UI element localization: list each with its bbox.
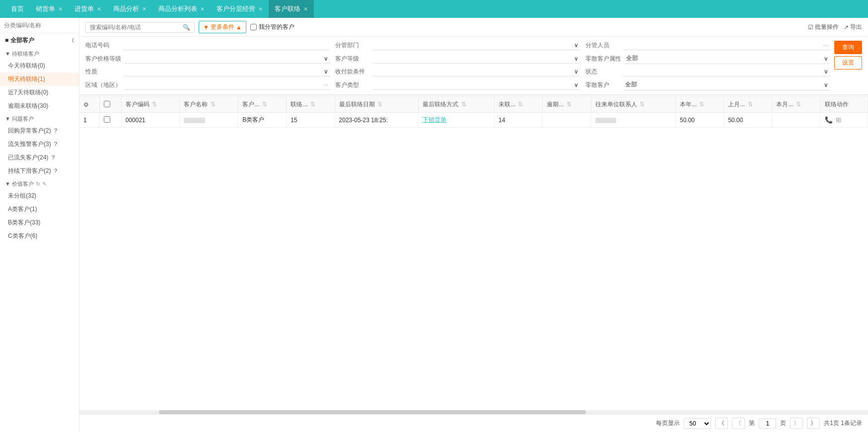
content-area: 🔍 ▼ 更多条件 ▲ 我分管的客户 ☑ 批量操作 ↗ 导出	[79, 18, 868, 432]
sort-icon: ⇅	[640, 101, 645, 108]
customer-type-select[interactable]: ∨	[373, 80, 580, 90]
sort-icon: ⇅	[310, 101, 315, 108]
close-icon[interactable]: ✕	[200, 6, 205, 12]
top-navigation: 首页 销货单 ✕ 进货单 ✕ 商品分析 ✕ 商品分析列表 ✕ 客户分层经营 ✕ …	[0, 0, 868, 18]
row-code: 000021	[121, 113, 180, 128]
sidebar-all-customers[interactable]: ■ 全部客户 《	[0, 33, 79, 48]
batch-op-button[interactable]: ☑ 批量操作	[808, 23, 839, 31]
filter-button[interactable]: ▼ 更多条件 ▲	[199, 21, 246, 33]
col-current-month[interactable]: 本月... ⇅	[772, 97, 820, 113]
col-overdue[interactable]: 逾期... ⇅	[543, 97, 591, 113]
col-last-contact-method[interactable]: 最后联络方式 ⇅	[419, 97, 495, 113]
filter-payment: 收付款条件 ∨	[335, 67, 580, 76]
row-last-contact-method[interactable]: 下销货单	[419, 113, 495, 128]
row-checkbox-cell[interactable]	[99, 113, 121, 128]
nav-purchase[interactable]: 进货单 ✕	[69, 0, 107, 18]
col-code[interactable]: 客户编码 ⇅	[121, 97, 180, 113]
nav-customer-segment[interactable]: 客户分层经营 ✕	[211, 0, 269, 18]
price-level-select[interactable]: ∨	[124, 54, 330, 64]
sidebar-item-tomorrow[interactable]: 明天待联络(1)	[0, 72, 79, 86]
sidebar-group-pending[interactable]: ▼ 待联络客户	[0, 48, 79, 59]
nav-sales[interactable]: 销货单 ✕	[30, 0, 69, 18]
close-icon[interactable]: ✕	[303, 6, 308, 12]
last-page-button[interactable]: 》	[807, 418, 820, 429]
sidebar-item-churn[interactable]: 流失预警客户(3) ？	[0, 138, 79, 151]
nav-analysis[interactable]: 商品分析 ✕	[107, 0, 152, 18]
col-name[interactable]: 客户名称 ⇅	[180, 97, 238, 113]
sidebar-group-value[interactable]: ▼ 价值客户 ↻ ✎	[0, 178, 79, 189]
query-button[interactable]: 查询	[834, 41, 862, 54]
col-last-contact-date[interactable]: 最后联络日期 ⇅	[335, 97, 419, 113]
row-current-year: 50.00	[675, 113, 723, 128]
col-unit-contact[interactable]: 往来单位联系人 ⇅	[591, 97, 675, 113]
edit-icon[interactable]: ✎	[42, 181, 47, 187]
sidebar-group-problem[interactable]: ▼ 问题客户	[0, 113, 79, 124]
retail-customer-select[interactable]: 全部 ∨	[623, 79, 830, 90]
close-icon[interactable]: ✕	[58, 6, 63, 12]
export-button[interactable]: ↗ 导出	[844, 23, 862, 31]
col-checkbox[interactable]	[99, 97, 121, 113]
sidebar-item-ungrouped[interactable]: 未分组(32)	[0, 189, 79, 203]
sidebar-item-typeC[interactable]: C类客户(6)	[0, 229, 79, 243]
first-page-button[interactable]: 《	[715, 418, 728, 429]
sidebar-item-week[interactable]: 近7天待联络(0)	[0, 86, 79, 99]
page-size-select[interactable]: 50 100 200	[684, 418, 711, 429]
col-current-year[interactable]: 本年... ⇅	[675, 97, 723, 113]
sidebar-search-input[interactable]	[4, 22, 78, 29]
sidebar-item-typeB[interactable]: B类客户(33)	[0, 216, 79, 229]
refresh-icon[interactable]: ↻	[36, 181, 40, 187]
my-customer-checkbox[interactable]	[250, 24, 257, 30]
select-all-checkbox[interactable]	[104, 101, 110, 107]
close-icon[interactable]: ✕	[258, 6, 263, 12]
search-input[interactable]	[90, 24, 183, 31]
row-last-contact-date: 2023-05-23 18:25:	[335, 113, 419, 128]
filter-dept: 分管部门 ∨	[335, 41, 580, 50]
filter-price-level: 客户价格等级 ∨	[85, 54, 330, 64]
status-select[interactable]: ∨	[623, 67, 830, 76]
sidebar-item-declining[interactable]: 持续下滑客户(2) ？	[0, 164, 79, 178]
customer-level-select[interactable]: ∨	[373, 54, 580, 64]
col-last-month[interactable]: 上月... ⇅	[724, 97, 772, 113]
row-name: ██████	[180, 113, 238, 128]
prev-page-button[interactable]: 〈	[732, 418, 745, 429]
horizontal-scrollbar[interactable]	[79, 410, 868, 414]
search-icon[interactable]: 🔍	[183, 24, 190, 31]
dept-select[interactable]: ∨	[373, 41, 580, 50]
region-dots[interactable]: ···	[124, 80, 330, 90]
sort-icon: ⇅	[211, 101, 216, 108]
nature-select[interactable]: ∨	[123, 67, 330, 76]
col-contact[interactable]: 联络... ⇅	[287, 97, 335, 113]
close-icon[interactable]: ✕	[142, 6, 146, 12]
sidebar: 🔍 ■ 全部客户 《 ▼ 待联络客户 今天待联络(0) 明天待联络(1) 近7天…	[0, 18, 79, 432]
scrollbar-thumb[interactable]	[159, 410, 586, 414]
filter-customer-type: 客户类型 ∨	[335, 80, 580, 90]
row-overdue	[543, 113, 591, 128]
set-button[interactable]: 设置	[834, 56, 862, 70]
search-box[interactable]: 🔍	[85, 22, 195, 33]
sidebar-item-overdue[interactable]: 逾期未联络(30)	[0, 99, 79, 113]
sidebar-item-today[interactable]: 今天待联络(0)	[0, 59, 79, 72]
my-customer-checkbox-label[interactable]: 我分管的客户	[250, 23, 294, 31]
col-type[interactable]: 客户... ⇅	[238, 97, 287, 113]
close-icon[interactable]: ✕	[97, 6, 101, 12]
row-checkbox[interactable]	[104, 116, 110, 123]
nav-analysis-list[interactable]: 商品分析列表 ✕	[152, 0, 211, 18]
nav-home[interactable]: 首页	[5, 0, 30, 18]
row-customer-type: B类客户	[238, 113, 287, 128]
phone-action-icon[interactable]: 📞	[825, 116, 833, 124]
payment-select[interactable]: ∨	[373, 67, 580, 76]
sort-icon: ⇅	[461, 101, 466, 108]
page-number-input[interactable]	[759, 419, 776, 429]
sidebar-item-repurchase[interactable]: 回购异常客户(2) ？	[0, 124, 79, 138]
nav-customer-contact[interactable]: 客户联络 ✕	[269, 0, 314, 18]
sidebar-item-typeA[interactable]: A类客户(1)	[0, 203, 79, 216]
retail-attr-select[interactable]: 全部 ∨	[624, 53, 830, 64]
sidebar-item-lost[interactable]: 已流失客户(24) ？	[0, 151, 79, 164]
grid-action-icon[interactable]: ⊞	[836, 116, 841, 124]
next-page-button[interactable]: 〉	[790, 418, 803, 429]
col-uncontacted[interactable]: 未联... ⇅	[495, 97, 543, 113]
manager-dots[interactable]: ···	[623, 41, 830, 50]
col-settings[interactable]: ⚙	[79, 97, 99, 113]
collapse-icon[interactable]: 《	[69, 37, 74, 44]
phone-input[interactable]	[123, 41, 330, 50]
